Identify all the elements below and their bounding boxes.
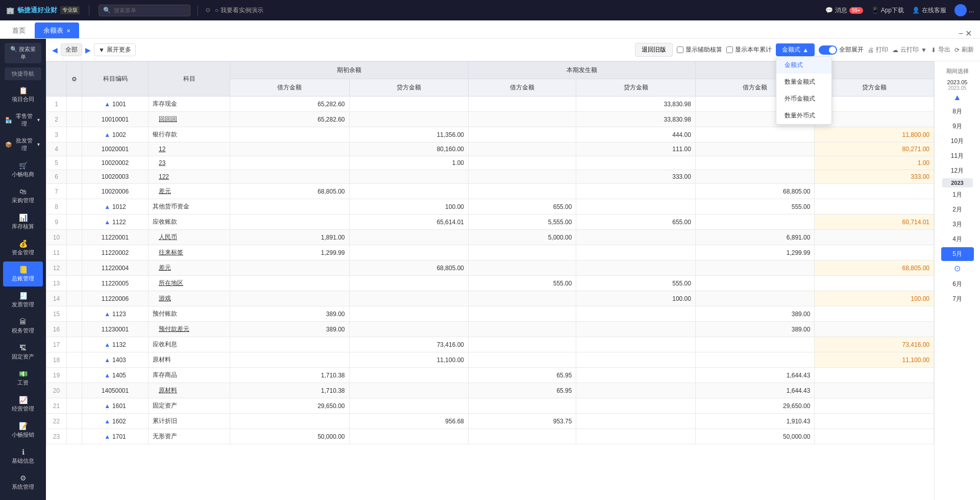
tab-home[interactable]: 首页 [4, 23, 34, 38]
sidebar-item-tax[interactable]: 🏛 税务管理 [3, 314, 43, 339]
export-button[interactable]: ⬇ 导出 [931, 45, 950, 54]
sidebar-item-capital[interactable]: 💰 资金管理 [3, 235, 43, 260]
sidebar-search[interactable]: 🔍 搜索菜单 [5, 43, 41, 63]
table-row-name[interactable]: 预付账款 [149, 306, 230, 322]
tab-close-icon[interactable]: ✕ [66, 28, 70, 34]
refresh-button[interactable]: ⟳ 刷新 [954, 45, 974, 54]
sidebar-item-invoice[interactable]: 🧾 发票管理 [3, 288, 43, 313]
return-old-button[interactable]: 退回旧版 [635, 43, 673, 57]
show-annual-check-label[interactable]: 显示本年累计 [726, 45, 772, 54]
table-row-name[interactable]: 所在地区 [149, 276, 230, 291]
table-row[interactable]: 3▲1002银行存款11,356.00444.0011,800.00 [46, 127, 934, 142]
sidebar-item-inventory[interactable]: 📊 库存核算 [3, 209, 43, 234]
period-month-5[interactable]: 5月 [941, 247, 974, 261]
view-mode-button[interactable]: 金额式 ▲ [776, 43, 815, 56]
sidebar-item-basic[interactable]: ℹ 基础信息 [3, 444, 43, 469]
table-row-name[interactable]: 23 [149, 156, 230, 170]
print-button[interactable]: 🖨 打印 [868, 45, 888, 54]
table-row-name[interactable]: 累计折旧 [149, 414, 230, 429]
sidebar-item-accounting[interactable]: 📒 总账管理 [3, 261, 43, 287]
table-row-name[interactable]: 预付款差元 [149, 322, 230, 337]
user-avatar[interactable]: ... [954, 4, 974, 16]
period-year-2023[interactable]: 2023 [942, 178, 973, 187]
table-row[interactable]: 19▲1405库存商品1,710.3865.951,644.43 [46, 368, 934, 383]
expand-all-switch[interactable] [819, 45, 837, 55]
sidebar-item-project[interactable]: 📋 项目合同 [3, 82, 43, 107]
table-row-name[interactable]: 应收账款 [149, 215, 230, 230]
dropdown-item-qty-foreign[interactable]: 数量外币式 [776, 107, 831, 124]
table-row[interactable]: 710020006差元68,805.0068,805.00 [46, 184, 934, 199]
table-row-name[interactable]: 回回回 [149, 112, 230, 127]
table-row[interactable]: 510020002231.001.00 [46, 156, 934, 170]
filter-left-arrow[interactable]: ◀ [52, 46, 58, 54]
table-row[interactable]: 18▲1403原材料11,100.0011,100.00 [46, 352, 934, 368]
table-row[interactable]: 1011220001人民币1,891.005,000.006,891.00 [46, 230, 934, 245]
table-row[interactable]: 21▲1601固定资产29,650.0029,650.00 [46, 398, 934, 414]
table-row[interactable]: 8▲1012其他货币资金100.00655.00555.00 [46, 199, 934, 215]
table-row-name[interactable]: 差元 [149, 184, 230, 199]
dropdown-item-qty-amount[interactable]: 数量金额式 [776, 74, 831, 90]
table-row[interactable]: 1111220002往来标签1,299.991,299.99 [46, 245, 934, 260]
sidebar-item-fixed-assets[interactable]: 🏗 固定资产 [3, 340, 43, 365]
table-row[interactable]: 23▲1701无形资产50,000.0050,000.00 [46, 429, 934, 444]
online-service-button[interactable]: 👤 在线客服 [912, 6, 946, 15]
expand-more-button[interactable]: ▼ 展开更多 [94, 43, 136, 56]
table-row-name[interactable]: 122 [149, 170, 230, 184]
sidebar-item-retail[interactable]: 🏪 零售管理 ▼ [3, 108, 43, 132]
table-row[interactable]: 17▲1132应收利息73,416.0073,416.00 [46, 337, 934, 352]
table-row[interactable]: 610020003122333.00333.00 [46, 170, 934, 184]
sidebar-item-salary[interactable]: 💵 工资 [3, 366, 43, 391]
period-month-3[interactable]: 3月 [941, 218, 974, 231]
table-row[interactable]: 22▲1602累计折旧956.68953.751,910.43 [46, 414, 934, 429]
period-month-9[interactable]: 9月 [941, 120, 974, 133]
period-month-1[interactable]: 1月 [941, 188, 974, 202]
table-settings-icon[interactable]: ⚙ [71, 76, 77, 83]
table-row-name[interactable]: 原材料 [149, 352, 230, 368]
sidebar-item-business[interactable]: 📈 经营管理 [3, 392, 43, 417]
table-row-name[interactable]: 往来标签 [149, 245, 230, 260]
table-row-name[interactable]: 差元 [149, 260, 230, 276]
period-up-nav[interactable]: ▲ [951, 91, 964, 104]
period-month-2[interactable]: 2月 [941, 203, 974, 217]
table-row[interactable]: 1311220005所在地区555.00555.00 [46, 276, 934, 291]
table-row[interactable]: 4100200011280,160.00111.0080,271.00 [46, 142, 934, 156]
sidebar-item-purchase[interactable]: 🛍 采购管理 [3, 183, 43, 208]
dropdown-item-amount[interactable]: 金额式 [776, 57, 831, 74]
table-row[interactable]: 2014050001原材料1,710.3865.951,644.43 [46, 383, 934, 398]
window-minimize-button[interactable]: − [959, 29, 963, 38]
table-row-name[interactable]: 固定资产 [149, 398, 230, 414]
app-download-button[interactable]: 📱 App下载 [871, 6, 904, 15]
sidebar-item-report[interactable]: 📝 小畅报销 [3, 418, 43, 443]
tab-balance-sheet[interactable]: 余额表 ✕ [35, 22, 79, 38]
table-row-name[interactable]: 原材料 [149, 383, 230, 398]
sidebar-item-quicknav[interactable]: 快捷导航 [5, 67, 41, 80]
window-close-button[interactable]: ✕ [965, 29, 972, 38]
sidebar-item-ecommerce[interactable]: 🛒 小畅电商 [3, 157, 43, 182]
period-down-nav[interactable]: ⊙ [952, 261, 963, 275]
dropdown-item-foreign-amount[interactable]: 外币金额式 [776, 90, 831, 107]
period-month-4[interactable]: 4月 [941, 232, 974, 246]
table-row[interactable]: 1411220006游戏100.00100.00 [46, 291, 934, 306]
message-button[interactable]: 💬 消息 99+ [825, 6, 863, 15]
table-row[interactable]: 15▲1123预付账款389.00389.00 [46, 306, 934, 322]
table-row-name[interactable]: 12 [149, 142, 230, 156]
period-month-12[interactable]: 12月 [941, 164, 974, 178]
period-month-6[interactable]: 6月 [941, 277, 974, 291]
table-row[interactable]: 9▲1122应收账款65,614.015,555.00655.0060,714.… [46, 215, 934, 230]
period-month-8[interactable]: 8月 [941, 105, 974, 118]
sidebar-item-wholesale[interactable]: 📦 批发管理 ▼ [3, 133, 43, 156]
demo-link[interactable]: ○ 我要看实例演示 [215, 6, 263, 15]
table-row-name[interactable]: 游戏 [149, 291, 230, 306]
period-month-7[interactable]: 7月 [941, 292, 974, 306]
table-row-name[interactable]: 库存商品 [149, 368, 230, 383]
sidebar-item-cooperation[interactable]: 🤝 企业协同 [3, 496, 43, 500]
table-row[interactable]: 1611230001预付款差元389.00389.00 [46, 322, 934, 337]
table-row-name[interactable]: 其他货币资金 [149, 199, 230, 215]
table-row-name[interactable]: 应收利息 [149, 337, 230, 352]
period-month-11[interactable]: 11月 [941, 149, 974, 163]
filter-right-arrow[interactable]: ▶ [85, 46, 91, 54]
sidebar-item-system[interactable]: ⚙ 系统管理 [3, 470, 43, 495]
table-row[interactable]: 1211220004差元68,805.0068,805.00 [46, 260, 934, 276]
cloud-print-button[interactable]: ☁ 云打印 ▼ [892, 45, 927, 54]
period-month-10[interactable]: 10月 [941, 134, 974, 148]
